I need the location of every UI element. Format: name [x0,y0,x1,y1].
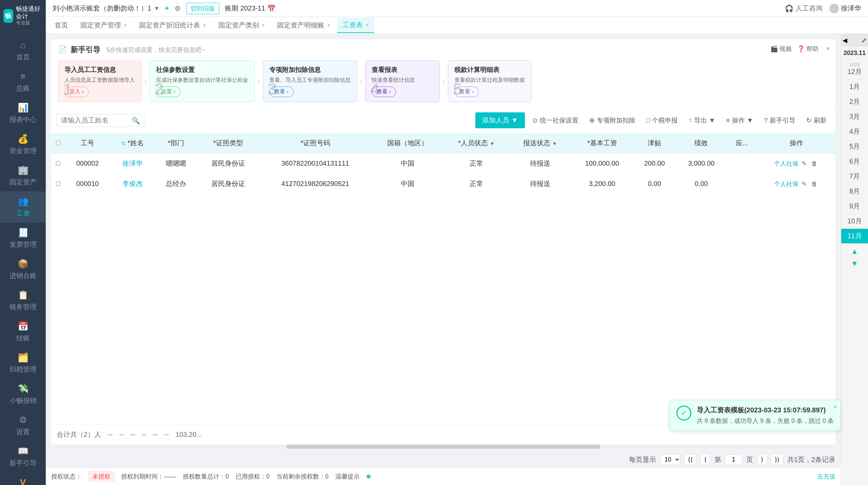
account-dropdown-icon[interactable]: ▼ [154,5,159,12]
prev-page-btn[interactable]: ⟨ [701,454,710,465]
recharge-link[interactable]: 去充值 [817,472,835,481]
tab-payroll-table[interactable]: 工资表 × [337,18,374,33]
auth-status-value: 未授权 [88,471,114,482]
th-name[interactable]: ⇅ *姓名 [110,133,155,153]
row-checkbox[interactable] [56,161,60,166]
calendar-month-11-current[interactable]: 11月 [841,229,868,244]
submit-filter-icon[interactable]: ▼ [552,141,557,146]
row-checkbox-cell[interactable] [51,174,65,194]
add-account-btn[interactable]: + [165,4,169,13]
calendar-down-icon[interactable]: ▼ [851,259,859,268]
calendar-month-2[interactable]: 2月 [841,94,868,109]
add-person-btn[interactable]: 添加人员 ▼ [475,112,525,128]
personal-insurance-link[interactable]: 个人社保 [774,160,798,167]
sidebar-item-fixed-assets[interactable]: 🏢 固定资产 [0,160,46,191]
tab-close-icon[interactable]: × [262,22,265,29]
delete-icon[interactable]: 🗑 [811,181,817,187]
calendar-month-10[interactable]: 10月 [841,214,868,229]
th-submit-status[interactable]: 报送状态 ▼ [509,133,571,153]
special-deduction-btn[interactable]: ⊕ 专项附加扣除 [586,113,639,128]
period-selector[interactable]: 账期 2023-11 📅 [225,4,276,13]
next-page-btn[interactable]: ⟩ [757,454,767,465]
calendar-month-3[interactable]: 3月 [841,109,868,124]
operations-btn[interactable]: ≡ 操作 ▼ [723,113,757,128]
wizard-step-2-desc: 完成社保参数设置自动计算社保公积金 [156,76,248,84]
social-insurance-btn[interactable]: ⊙ 统一社保设置 [529,113,582,128]
tab-fixed-assets-ledger[interactable]: 固定资产明细账 × [272,18,336,33]
sidebar-item-funds[interactable]: 💰 资金管理 [0,129,46,160]
calendar-month-6[interactable]: 6月 [841,154,868,169]
per-page-select[interactable]: 10 20 50 [660,454,680,465]
wizard-close-btn[interactable]: × [826,45,830,53]
calendar-icon[interactable]: 📅 [267,4,276,13]
tab-close-icon[interactable]: × [327,22,330,29]
refresh-btn[interactable]: ↻ 刷新 [803,113,830,128]
th-checkbox[interactable] [51,133,65,153]
sidebar-item-wizard[interactable]: 📖 新手引导 [0,441,46,472]
calendar-month-9[interactable]: 9月 [841,199,868,214]
th-emp-no: 工号 [65,133,110,153]
sidebar-item-reports[interactable]: 📊 报表中心 [0,98,46,129]
sidebar-item-xiaochang[interactable]: 💸 小畅报销 [0,379,46,410]
export-btn[interactable]: ↑ 导出 ▼ [685,113,718,128]
user-menu[interactable]: 徐泽华 [829,4,861,13]
sidebar-item-member[interactable]: V 畅会员 [0,472,46,485]
employee-name-link[interactable]: 李俊杰 [122,180,143,187]
name-cell[interactable]: 李俊杰 [110,174,155,194]
personal-insurance-link[interactable]: 个人社保 [774,181,798,187]
edit-icon[interactable]: ✎ [802,181,807,187]
calendar-month-1[interactable]: 1月 [841,79,868,94]
sidebar-item-archive[interactable]: 🗂️ 归档管理 [0,348,46,379]
auth-period-label: 授权到期时间：—— [121,472,176,481]
delete-icon[interactable]: 🗑 [811,160,817,167]
header-settings-icon[interactable]: ⚙ [175,4,181,13]
account-selector[interactable]: 刘小艳演示账套（勿删勿动！）1 ▼ [53,4,159,13]
calendar-month-8[interactable]: 8月 [841,184,868,199]
tab-close-icon[interactable]: × [366,22,369,28]
sidebar-item-expenses[interactable]: 🧾 发票管理 [0,223,46,254]
status-filter-icon[interactable]: ▼ [490,141,495,146]
tax-declare-btn[interactable]: □ 个税申报 [643,113,681,128]
calendar-month-4[interactable]: 4月 [841,124,868,139]
wizard-help-link[interactable]: ❓ 帮助 [797,45,818,53]
select-all-checkbox[interactable] [56,141,60,145]
toast-close-btn[interactable]: × [833,404,837,411]
panel-expand-icon[interactable]: ⤢ [862,37,867,44]
th-status[interactable]: *人员状态 ▼ [443,133,509,153]
sidebar-item-tax[interactable]: 📋 税务管理 [0,285,46,316]
sidebar-item-settings[interactable]: ⚙ 设置 [0,410,46,441]
tab-fixed-assets-mgmt[interactable]: 固定资产管理 × [75,18,132,33]
tab-fixed-assets-category[interactable]: 固定资产类别 × [213,18,270,33]
name-cell[interactable]: 徐泽华 [110,153,155,174]
customer-service-btn[interactable]: 🎧 人工咨询 [785,4,823,13]
sidebar-item-payroll[interactable]: 👥 工资 [0,191,46,223]
tab-home[interactable]: 首页 [49,18,74,33]
row-checkbox-cell[interactable] [51,153,65,174]
dept-cell: 嗯嗯嗯 [155,153,197,174]
horizontal-scrollbar[interactable] [51,445,835,449]
search-input[interactable] [61,116,129,124]
panel-collapse-icon[interactable]: ◀ [843,37,847,44]
last-page-btn[interactable]: ⟩⟩ [771,454,783,465]
row-checkbox[interactable] [56,182,60,186]
edit-icon[interactable]: ✎ [802,160,807,167]
calendar-up-icon[interactable]: ▲ [851,247,859,256]
sidebar-item-inventory[interactable]: 📦 进销台账 [0,254,46,285]
first-page-btn[interactable]: ⟨⟨ [684,454,696,465]
sidebar-item-close[interactable]: 📅 结账 [0,316,46,348]
wizard-video-link[interactable]: 🎬 视频 [770,45,792,53]
tab-close-icon[interactable]: × [124,22,127,29]
employee-name-link[interactable]: 徐泽华 [122,160,143,167]
tab-fixed-assets-depreciation[interactable]: 固定资产折旧统计表 × [134,18,211,33]
user-name: 徐泽华 [841,4,861,13]
search-icon[interactable]: 🔍 [132,116,140,125]
tab-close-icon[interactable]: × [203,22,206,29]
sidebar-item-home[interactable]: ⌂ 首页 [0,35,46,67]
page-input[interactable] [725,454,742,465]
sidebar-item-ledger[interactable]: ≡ 总账 [0,67,46,98]
calendar-month-5[interactable]: 5月 [841,139,868,154]
calendar-month-12-2023[interactable]: 2023 12月 [841,59,868,79]
wizard-action-btn[interactable]: ? 新手引导 [761,113,799,128]
version-switch-btn[interactable]: 切到旧版 [186,3,219,14]
calendar-month-7[interactable]: 7月 [841,169,868,184]
